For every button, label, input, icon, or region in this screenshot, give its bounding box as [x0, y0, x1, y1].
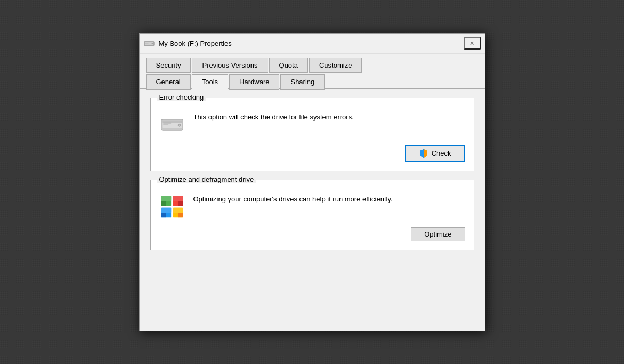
optimize-body: Optimizing your computer's drives can he… [159, 194, 465, 220]
svg-rect-3 [145, 43, 148, 43]
svg-rect-13 [161, 201, 166, 206]
optimize-footer: Optimize [159, 227, 465, 241]
optimize-button-label: Optimize [424, 230, 451, 238]
optimize-button[interactable]: Optimize [411, 227, 465, 241]
svg-rect-21 [173, 207, 182, 212]
optimize-description: Optimizing your computer's drives can he… [193, 194, 465, 205]
svg-rect-8 [163, 124, 168, 125]
tabs-container: Security Previous Versions Quota Customi… [140, 54, 485, 89]
svg-rect-18 [161, 207, 171, 212]
check-button[interactable]: Check [405, 145, 465, 162]
optimize-section: Optimize and defragment drive [150, 180, 474, 250]
tabs-row-1: Security Previous Versions Quota Customi… [146, 57, 479, 72]
tab-customize[interactable]: Customize [309, 58, 362, 73]
svg-point-2 [151, 43, 152, 44]
check-button-label: Check [432, 149, 451, 157]
drive-icon [159, 112, 185, 137]
close-button[interactable]: × [464, 37, 481, 50]
title-bar-drive-icon [144, 39, 155, 47]
tab-general[interactable]: General [146, 74, 191, 90]
tab-sharing[interactable]: Sharing [280, 74, 325, 90]
tab-previous-versions[interactable]: Previous Versions [192, 58, 268, 73]
error-checking-description: This option will check the drive for fil… [193, 112, 465, 123]
tab-content: Error checking This option will check th… [140, 88, 485, 331]
svg-rect-19 [161, 213, 166, 217]
svg-rect-16 [178, 201, 183, 206]
defrag-icon-container [159, 194, 185, 220]
svg-rect-7 [163, 122, 171, 123]
properties-dialog: My Book (F:) Properties × Security Previ… [139, 33, 485, 331]
svg-rect-22 [178, 213, 183, 217]
svg-point-10 [179, 124, 180, 125]
error-checking-footer: Check [159, 145, 465, 162]
tab-quota[interactable]: Quota [269, 58, 308, 73]
error-checking-section: Error checking This option will check th… [150, 98, 474, 171]
tabs-row-2: General Tools Hardware Sharing [146, 74, 479, 89]
dialog-title: My Book (F:) Properties [159, 39, 464, 47]
svg-rect-12 [161, 196, 171, 200]
error-checking-title: Error checking [157, 93, 206, 101]
tab-hardware[interactable]: Hardware [229, 74, 279, 90]
title-bar: My Book (F:) Properties × [140, 34, 485, 54]
uac-shield-icon [419, 149, 428, 158]
error-checking-body: This option will check the drive for fil… [159, 112, 465, 137]
tab-security[interactable]: Security [146, 58, 191, 73]
optimize-title: Optimize and defragment drive [157, 175, 256, 183]
drive-svg-icon [160, 116, 184, 133]
tab-tools[interactable]: Tools [192, 74, 228, 90]
svg-rect-15 [173, 196, 182, 200]
defrag-svg-icon [160, 195, 184, 219]
